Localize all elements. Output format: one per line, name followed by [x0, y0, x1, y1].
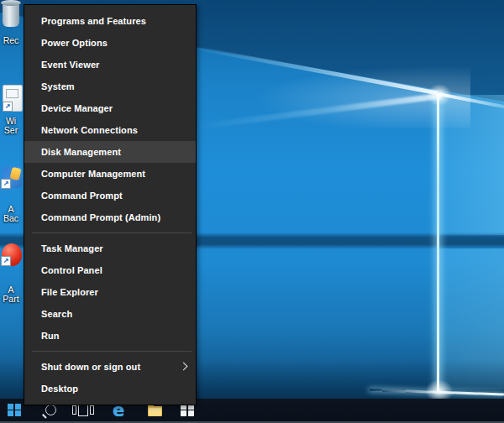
menu-item-device-manager[interactable]: Device Manager: [24, 97, 196, 119]
desktop-icon-app-3[interactable]: ↗: [2, 243, 22, 266]
menu-item-label: Search: [41, 309, 72, 319]
menu-item-programs-and-features[interactable]: Programs and Features: [24, 10, 196, 32]
menu-item-event-viewer[interactable]: Event Viewer: [24, 54, 196, 76]
menu-item-file-explorer[interactable]: File Explorer: [24, 281, 196, 303]
menu-item-label: Network Connections: [41, 125, 138, 135]
winx-context-menu: Programs and Features Power Options Even…: [24, 4, 197, 405]
menu-item-label: Run: [41, 331, 60, 341]
desktop-icon-label: Ser: [0, 126, 23, 135]
desktop-icon-app-1[interactable]: ↗: [3, 85, 23, 112]
menu-item-command-prompt[interactable]: Command Prompt: [24, 185, 196, 206]
desktop-icon-label: Bac: [0, 214, 23, 223]
menu-item-label: Programs and Features: [41, 16, 146, 26]
menu-item-label: Command Prompt: [41, 191, 123, 201]
menu-item-shutdown-or-signout[interactable]: Shut down or sign out: [24, 356, 196, 378]
blue-yellow-app-icon: ↗: [2, 166, 22, 188]
menu-item-label: Shut down or sign out: [41, 362, 140, 372]
wallpaper-glow-corner-top: [426, 83, 453, 107]
menu-separator: [32, 351, 192, 352]
search-icon: [45, 405, 56, 415]
windows-logo-icon: [8, 404, 21, 417]
menu-item-label: Control Panel: [41, 265, 102, 275]
menu-item-search[interactable]: Search: [24, 303, 196, 325]
desktop-icon-recycle-bin[interactable]: [3, 3, 19, 27]
recycle-bin-icon: [3, 3, 19, 27]
menu-item-power-options[interactable]: Power Options: [24, 32, 196, 54]
windows-logo-white-icon: [181, 404, 194, 417]
menu-item-command-prompt-admin[interactable]: Command Prompt (Admin): [24, 206, 196, 228]
desktop-icon-label: Part: [0, 295, 23, 304]
menu-item-network-connections[interactable]: Network Connections: [24, 119, 196, 141]
shortcut-arrow-icon: ↗: [1, 179, 11, 189]
menu-item-label: Command Prompt (Admin): [41, 212, 160, 222]
menu-item-label: Device Manager: [41, 103, 113, 113]
task-view-icon: [72, 404, 94, 416]
windows-desktop-screen: Rec ↗ Wi Ser ↗ A Bac ↗ A Part e: [0, 0, 504, 423]
menu-item-desktop[interactable]: Desktop: [24, 378, 196, 400]
desktop-icon-app-2[interactable]: ↗: [2, 166, 22, 188]
menu-item-label: File Explorer: [41, 287, 98, 297]
menu-item-label: Task Manager: [41, 243, 103, 253]
shortcut-arrow-icon: ↗: [1, 256, 11, 266]
menu-item-task-manager[interactable]: Task Manager: [24, 238, 196, 259]
shortcut-arrow-icon: ↗: [3, 102, 13, 112]
menu-item-label: Computer Management: [41, 169, 145, 179]
menu-item-label: Power Options: [41, 38, 108, 48]
menu-separator: [32, 232, 192, 233]
menu-item-label: Desktop: [41, 384, 78, 394]
folder-icon: [148, 406, 162, 416]
menu-item-label: Disk Management: [41, 147, 121, 157]
desktop-icon-label: Rec: [0, 36, 23, 45]
menu-item-computer-management[interactable]: Computer Management: [24, 163, 196, 185]
white-app-icon: ↗: [3, 85, 23, 112]
menu-item-run[interactable]: Run: [24, 325, 196, 347]
wallpaper-glow-vertical-line: [437, 94, 439, 391]
submenu-chevron-icon: [180, 363, 188, 371]
menu-item-system[interactable]: System: [24, 76, 196, 97]
menu-item-label: System: [41, 81, 75, 91]
menu-item-disk-management[interactable]: Disk Management: [24, 141, 196, 163]
menu-item-label: Event Viewer: [41, 60, 99, 70]
menu-item-control-panel[interactable]: Control Panel: [24, 259, 196, 281]
